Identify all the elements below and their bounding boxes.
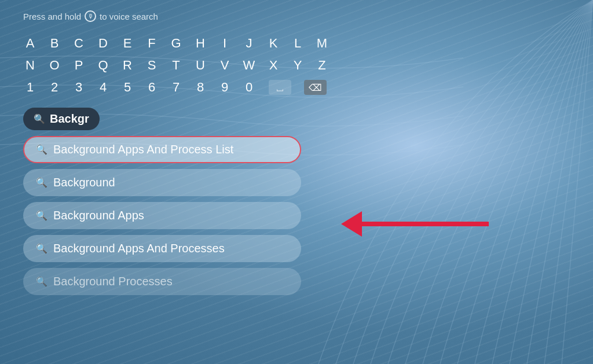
key-Q[interactable]: Q (96, 58, 110, 73)
mic-icon: 🎙 (85, 10, 96, 22)
suggestion-search-icon-5: 🔍 (36, 276, 47, 287)
key-A[interactable]: A (23, 36, 37, 51)
key-M[interactable]: M (315, 36, 329, 51)
key-D[interactable]: D (96, 36, 110, 51)
arrow-head (341, 211, 362, 237)
suggestion-search-icon-1: 🔍 (36, 144, 47, 155)
key-I[interactable]: I (218, 36, 232, 51)
key-C[interactable]: C (72, 36, 86, 51)
key-F[interactable]: F (145, 36, 159, 51)
key-4[interactable]: 4 (96, 80, 110, 95)
suggestion-background-apps-and-processes[interactable]: 🔍 Background Apps And Processes (23, 235, 301, 262)
key-5[interactable]: 5 (120, 80, 134, 95)
key-space[interactable]: ⎵ (269, 80, 291, 95)
suggestion-label-5: Background Processes (53, 275, 173, 288)
suggestion-background-processes[interactable]: 🔍 Background Processes (23, 268, 301, 295)
search-input-value: Backgr (50, 112, 89, 126)
key-X[interactable]: X (266, 58, 280, 73)
suggestion-label-2: Background (53, 176, 115, 189)
key-1[interactable]: 1 (23, 80, 37, 95)
arrow-line (361, 222, 489, 226)
backspace-icon: ⌫ (309, 82, 322, 93)
suggestion-background-apps[interactable]: 🔍 Background Apps (23, 202, 301, 229)
key-T[interactable]: T (169, 58, 183, 73)
voice-hint-suffix: to voice search (100, 12, 158, 21)
key-0[interactable]: 0 (242, 80, 256, 95)
key-U[interactable]: U (193, 58, 207, 73)
key-R[interactable]: R (120, 58, 134, 73)
key-Z[interactable]: Z (315, 58, 329, 73)
key-S[interactable]: S (145, 58, 159, 73)
key-K[interactable]: K (266, 36, 280, 51)
key-V[interactable]: V (218, 58, 232, 73)
key-P[interactable]: P (72, 58, 86, 73)
suggestion-background-apps-and-process-list[interactable]: 🔍 Background Apps And Process List (23, 136, 301, 163)
suggestion-background[interactable]: 🔍 Background (23, 169, 301, 196)
key-O[interactable]: O (47, 58, 61, 73)
key-8[interactable]: 8 (193, 80, 207, 95)
key-J[interactable]: J (242, 36, 256, 51)
key-L[interactable]: L (291, 36, 305, 51)
key-Y[interactable]: Y (291, 58, 305, 73)
suggestion-search-icon-3: 🔍 (36, 210, 47, 221)
keyboard-row-1: A B C D E F G H I J K L M (23, 36, 570, 51)
keyboard-row-2: N O P Q R S T U V W X Y Z (23, 58, 570, 73)
key-7[interactable]: 7 (169, 80, 183, 95)
voice-hint: Press and hold 🎙 to voice search (23, 10, 570, 22)
key-6[interactable]: 6 (145, 80, 159, 95)
key-E[interactable]: E (120, 36, 134, 51)
suggestion-search-icon-4: 🔍 (36, 243, 47, 254)
key-W[interactable]: W (242, 58, 256, 73)
suggestion-label-1: Background Apps And Process List (53, 143, 233, 156)
key-3[interactable]: 3 (72, 80, 86, 95)
key-N[interactable]: N (23, 58, 37, 73)
search-input-pill[interactable]: 🔍 Backgr (23, 108, 100, 130)
suggestion-label-3: Background Apps (53, 209, 144, 222)
key-H[interactable]: H (193, 36, 207, 51)
keyboard-row-3: 1 2 3 4 5 6 7 8 9 0 ⎵ ⌫ (23, 80, 570, 95)
key-backspace[interactable]: ⌫ (304, 80, 327, 95)
key-9[interactable]: 9 (218, 80, 232, 95)
suggestion-label-4: Background Apps And Processes (53, 242, 225, 255)
key-B[interactable]: B (47, 36, 61, 51)
voice-hint-text: Press and hold (23, 12, 81, 21)
key-G[interactable]: G (169, 36, 183, 51)
search-icon: 🔍 (34, 113, 45, 124)
keyboard: A B C D E F G H I J K L M N O P Q R S T … (23, 36, 570, 95)
red-arrow-indicator (341, 211, 489, 237)
suggestion-search-icon-2: 🔍 (36, 177, 47, 188)
key-2[interactable]: 2 (47, 80, 61, 95)
